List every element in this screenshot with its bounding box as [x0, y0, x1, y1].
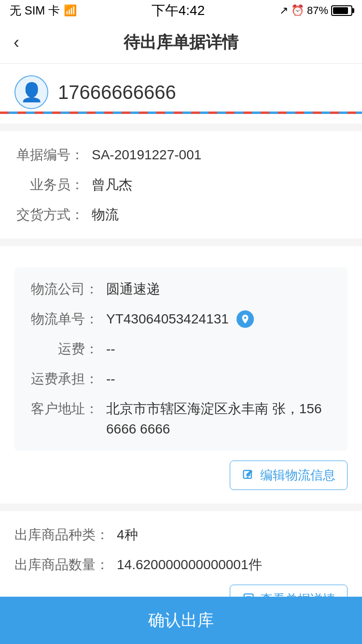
page-title: 待出库单据详情: [124, 31, 238, 54]
fancy-divider-inner: [0, 112, 362, 114]
status-time: 下午4:42: [152, 1, 205, 20]
freight-row: 运费： --: [29, 339, 333, 359]
address-row: 客户地址： 北京市市辖区海淀区永丰南 张，156 6666 6666: [29, 399, 333, 439]
battery-fill: [333, 7, 348, 14]
gap1: [0, 124, 362, 131]
goods-qty-value: 14.620000000000001件: [117, 555, 348, 575]
edit-logistics-label: 编辑物流信息: [260, 467, 335, 484]
logistics-section: 物流公司： 圆通速递 物流单号： YT43064053424131 运费： --…: [0, 246, 362, 504]
person-icon: 👤: [20, 82, 43, 103]
freight-bear-value: --: [106, 369, 333, 389]
tracking-no-label: 物流单号：: [29, 309, 106, 329]
freight-bear-row: 运费承担： --: [29, 369, 333, 389]
status-bar: 无 SIM 卡 📶 下午4:42 ↗ ⏰ 87%: [0, 0, 362, 21]
logistics-inner: 物流公司： 圆通速递 物流单号： YT43064053424131 运费： --…: [14, 267, 348, 451]
tracking-no-value: YT43064053424131: [106, 309, 229, 329]
salesperson-value: 曾凡杰: [92, 175, 348, 195]
goods-types-row: 出库商品种类： 4种: [14, 525, 348, 545]
phone-header: 👤 17666666666: [0, 64, 362, 109]
edit-logistics-button[interactable]: 编辑物流信息: [230, 461, 348, 490]
location-status-icon: ↗: [279, 4, 288, 17]
address-label: 客户地址：: [29, 399, 106, 419]
order-no-row: 单据编号： SA-20191227-001: [14, 145, 348, 165]
edit-icon: [242, 469, 255, 482]
logistics-company-value: 圆通速递: [106, 279, 333, 299]
delivery-method-label: 交货方式：: [14, 205, 92, 225]
order-no-value: SA-20191227-001: [92, 145, 348, 165]
wifi-icon: 📶: [64, 4, 77, 17]
confirm-outbound-button[interactable]: 确认出库: [0, 597, 362, 644]
phone-header-section: 👤 17666666666: [0, 64, 362, 124]
delivery-method-row: 交货方式： 物流: [14, 205, 348, 225]
freight-value: --: [106, 339, 333, 359]
order-no-label: 单据编号：: [14, 145, 92, 165]
salesperson-label: 业务员：: [14, 175, 92, 195]
back-button[interactable]: ‹: [14, 32, 19, 53]
nav-bar: ‹ 待出库单据详情: [0, 21, 362, 64]
battery-icon: [331, 5, 352, 16]
status-carrier: 无 SIM 卡 📶: [10, 3, 77, 18]
status-right: ↗ ⏰ 87%: [279, 4, 352, 17]
tracking-no-value-row: YT43064053424131: [106, 309, 333, 329]
battery-percent: 87%: [307, 4, 328, 17]
goods-qty-row: 出库商品数量： 14.620000000000001件: [14, 555, 348, 575]
delivery-method-value: 物流: [92, 205, 348, 225]
avatar: 👤: [14, 75, 48, 109]
freight-label: 运费：: [29, 339, 106, 359]
goods-types-label: 出库商品种类：: [14, 525, 117, 545]
goods-types-value: 4种: [117, 525, 348, 545]
map-pin-icon: [240, 314, 251, 324]
tracking-location-icon[interactable]: [237, 310, 254, 328]
confirm-btn-label: 确认出库: [148, 609, 214, 631]
alarm-icon: ⏰: [291, 4, 304, 17]
address-value: 北京市市辖区海淀区永丰南 张，156 6666 6666: [106, 399, 333, 439]
logistics-company-label: 物流公司：: [29, 279, 106, 299]
phone-number: 17666666666: [58, 82, 176, 103]
freight-bear-label: 运费承担：: [29, 369, 106, 389]
tracking-no-row: 物流单号： YT43064053424131: [29, 309, 333, 329]
salesperson-row: 业务员： 曾凡杰: [14, 175, 348, 195]
goods-qty-label: 出库商品数量：: [14, 555, 117, 575]
logistics-company-row: 物流公司： 圆通速递: [29, 279, 333, 299]
basic-info-section: 单据编号： SA-20191227-001 业务员： 曾凡杰 交货方式： 物流: [0, 131, 362, 238]
edit-btn-row: 编辑物流信息: [14, 461, 348, 490]
fancy-divider: [0, 109, 362, 114]
